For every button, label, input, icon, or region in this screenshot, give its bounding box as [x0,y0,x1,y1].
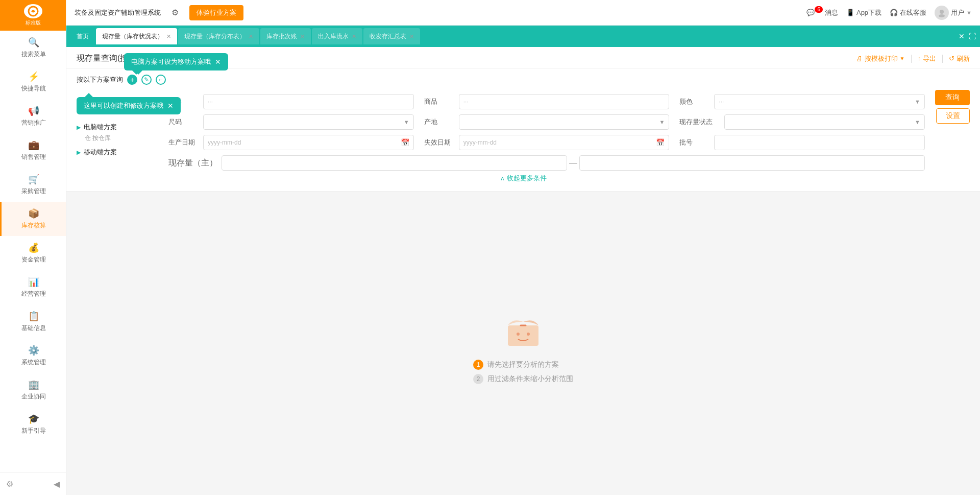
main-area: 装备及固定资产辅助管理系统 ⚙ 体验行业方案 💬 6 消息 📱 App下载 🎧 … [66,0,980,495]
stock-main-from[interactable] [222,155,567,171]
tab-expand-icon[interactable]: ⛶ [969,32,976,40]
calendar2-icon: 📅 [656,138,665,147]
tooltip1-close-icon[interactable]: ✕ [215,58,221,66]
filter-header-label: 按以下方案查询 [77,75,123,84]
template-print-btn[interactable]: 🖨 按模板打印 ▼ [856,54,905,63]
refresh-btn[interactable]: ↺ 刷新 [949,54,970,63]
filter-batch-field: 批号 [679,135,925,150]
calendar-icon: 📅 [401,138,409,147]
sidebar-nav: 🔍 搜索菜单 ⚡ 快捷导航 📢 营销推广 💼 销售管理 🛒 采购管理 📦 库存核… [0,31,66,473]
topbar-settings-icon[interactable]: ⚙ [167,5,183,21]
topbar-app-download[interactable]: 📱 App下载 [846,8,881,17]
tab-close-icon[interactable]: ✕ [352,33,356,40]
tab-label: 库存批次账 [266,32,297,41]
batch-input[interactable] [714,135,925,150]
topbar-message[interactable]: 💬 6 消息 [806,8,838,17]
sidebar-item-label: 搜索菜单 [21,50,46,59]
sidebar-item-system[interactable]: ⚙️ 系统管理 [0,339,66,373]
collapse-row[interactable]: ∧ 收起更多条件 [77,171,970,185]
tab-close-all-icon[interactable]: ✕ [959,32,965,40]
logo-icon [24,4,42,18]
filter-warehouse-field: 仓库 ··· [168,94,414,109]
empty-tip-1-text: 请先选择要分析的方案 [487,360,559,369]
tab-close-icon[interactable]: ✕ [249,33,253,40]
tab-home[interactable]: 首页 [70,28,95,44]
tab-inventory-status[interactable]: 现存量（库存状况表） ✕ [96,28,177,44]
stock-main-label: 现存量（主） [168,158,217,169]
empty-tip-2: 2 用过滤条件来缩小分析范围 [473,374,573,384]
export-btn[interactable]: ↑ 导出 [918,54,937,63]
sidebar-item-guide[interactable]: 🎓 新手引导 [0,407,66,441]
tab-batch-account[interactable]: 库存批次账 ✕ [260,28,311,44]
filter-edit-button[interactable]: ✎ [141,75,152,85]
industry-btn[interactable]: 体验行业方案 [189,5,243,20]
filter-back-button[interactable]: ← [156,75,166,85]
color-label: 颜色 [679,97,710,106]
stock-status-dropdown-icon: ▼ [915,119,920,125]
sidebar-item-search-menu[interactable]: 🔍 搜索菜单 [0,31,66,65]
sidebar-item-marketing[interactable]: 📢 营销推广 [0,99,66,133]
sales-icon: 💼 [28,139,39,151]
sidebar-item-operations[interactable]: 📊 经营管理 [0,270,66,304]
sidebar-item-label: 基础信息 [21,324,46,333]
tabs-bar: 首页 现存量（库存状况表） ✕ 现存量（库存分布表） ✕ 库存批次账 ✕ 出入库… [66,26,980,47]
expire-date-input[interactable]: yyyy-mm-dd 📅 [459,135,670,150]
tab-label: 现存量（库存状况表） [102,32,163,41]
tab-close-icon[interactable]: ✕ [166,33,171,40]
batch-label: 批号 [679,138,710,147]
filter-add-button[interactable]: + [127,75,137,85]
product-select[interactable]: ··· [459,94,670,109]
tab-in-out-flow[interactable]: 出入库流水 ✕ [312,28,362,44]
origin-select[interactable]: ▼ [459,114,670,130]
sidebar-item-basic-info[interactable]: 📋 基础信息 [0,304,66,339]
tooltip-edit-scheme: 这里可以创建和修改方案哦 ✕ [77,97,181,114]
svg-point-4 [517,333,520,336]
topbar-online-service[interactable]: 🎧 在线客服 [890,8,926,17]
refresh-icon: ↺ [949,55,954,62]
stock-main-to[interactable] [579,155,925,171]
tab-close-icon[interactable]: ✕ [409,33,414,40]
size-select[interactable]: ▼ [203,114,414,130]
tab-collect-summary[interactable]: 收发存汇总表 ✕ [363,28,420,44]
tab-inventory-dist[interactable]: 现存量（库存分布表） ✕ [178,28,259,44]
filter-fields: 仓库 ··· 商品 ··· 颜色 [168,90,925,171]
color-select[interactable]: ··· ▼ [714,94,925,109]
scheme-tree: 这里可以创建和修改方案哦 ✕ ▶ 电脑端方案 仓 按仓库 [77,90,158,171]
tab-label: 现存量（库存分布表） [184,32,246,41]
sidebar-item-purchase[interactable]: 🛒 采购管理 [0,168,66,202]
sidebar-item-enterprise[interactable]: 🏢 企业协同 [0,373,66,407]
tooltip2-text: 这里可以创建和修改方案哦 [84,101,163,110]
tooltip1-text: 电脑方案可设为移动方案哦 [131,57,211,66]
sidebar-item-label: 经营管理 [21,290,46,298]
user-label: 用户 [951,8,964,17]
stock-status-select[interactable]: ▼ [724,114,925,130]
sidebar-item-quick-nav[interactable]: ⚡ 快捷导航 [0,65,66,99]
empty-illustration [498,302,549,353]
svg-point-2 [939,14,945,17]
sidebar-collapse-icon[interactable]: ◀ [54,479,60,489]
produce-date-input[interactable]: yyyy-mm-dd 📅 [203,135,414,150]
scheme-arrow-icon: ▶ [77,124,81,131]
origin-label: 产地 [424,117,455,127]
svg-point-1 [940,10,944,14]
reset-button[interactable]: 设置 [936,108,970,124]
scheme-item-mobile[interactable]: ▶ 移动端方案 [77,146,158,159]
topbar-user[interactable]: 用户 ▼ [935,6,972,20]
tab-close-icon[interactable]: ✕ [300,33,305,40]
sidebar-item-inventory[interactable]: 📦 库存核算 [0,202,66,236]
filter-product-field: 商品 ··· [424,94,670,109]
print-icon: 🖨 [856,55,863,62]
sidebar-settings-icon[interactable]: ⚙ [6,479,13,489]
sidebar-item-finance[interactable]: 💰 资金管理 [0,236,66,270]
tab-home-label: 首页 [77,32,89,41]
warehouse-select[interactable]: ··· [203,94,414,109]
scheme-item-desktop[interactable]: ▶ 电脑端方案 [77,121,158,134]
tooltip2-close-icon[interactable]: ✕ [167,102,174,110]
filter-row-1: 仓库 ··· 商品 ··· 颜色 [168,94,925,109]
filter-row-3: 生产日期 yyyy-mm-dd 📅 失效日期 yyyy-mm-dd 📅 [168,135,925,150]
sidebar-item-sales[interactable]: 💼 销售管理 [0,133,66,168]
sidebar-item-label: 企业协同 [21,392,46,401]
search-button[interactable]: 查询 [935,90,970,105]
tab-label: 出入库流水 [318,32,349,41]
stock-main-range: — [222,155,925,171]
